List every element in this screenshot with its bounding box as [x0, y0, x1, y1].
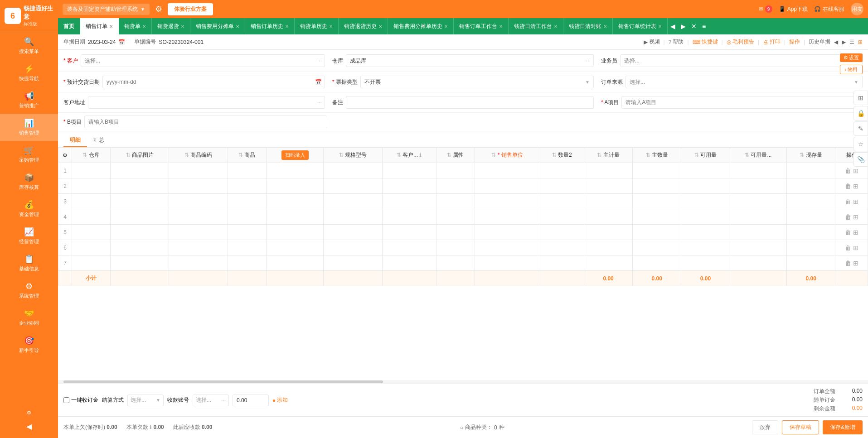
tab-close-icon[interactable]: ✕	[109, 24, 113, 29]
customer-dots-icon[interactable]: ···	[317, 58, 325, 64]
tab-sales-stats[interactable]: 销售订单统计表 ✕	[613, 18, 668, 34]
tab-sales-return[interactable]: 销货退货 ✕	[152, 18, 190, 34]
sidebar-item-guide[interactable]: 🎯 新手引导	[0, 331, 58, 358]
user-avatar[interactable]: 用友	[851, 3, 863, 15]
tab-close-icon[interactable]: ✕	[181, 24, 184, 29]
a-project-input[interactable]	[621, 96, 863, 109]
order-source-select[interactable]: ▼	[626, 76, 863, 88]
sort-icon[interactable]: ⇅	[745, 152, 749, 158]
sidebar-item-system[interactable]: ⚙ 系统管理	[0, 277, 58, 304]
bank-account-select[interactable]: 选择... ···	[193, 395, 229, 406]
view-btn[interactable]: ▶ 视频	[644, 38, 660, 46]
right-action-3[interactable]: ✎	[853, 121, 868, 136]
prev-record-btn[interactable]: ◀	[834, 39, 838, 45]
sort-icon[interactable]: ⇅	[82, 152, 87, 158]
right-action-2[interactable]: 🔒	[853, 106, 868, 120]
shortcut-btn[interactable]: ⌨ 快捷键	[693, 38, 718, 46]
tab-nav-prev[interactable]: ◀	[668, 18, 678, 34]
topbar-system-selector[interactable]: 装备及固定资产辅助管理系统 ▼	[63, 4, 150, 15]
sidebar-item-basic[interactable]: 📋 基础信息	[0, 250, 58, 277]
sort-icon[interactable]: ⇅	[184, 152, 189, 158]
add-material-button[interactable]: + 物料	[840, 65, 863, 74]
sort-icon[interactable]: ⇅	[491, 152, 496, 158]
tab-expense-history[interactable]: 销售费用分摊单历史 ✕	[388, 18, 454, 34]
copy-icon[interactable]: ⊞	[853, 260, 858, 267]
horizontal-scrollbar[interactable]	[63, 380, 383, 383]
delete-icon[interactable]: 🗑	[845, 229, 851, 236]
copy-icon[interactable]: ⊞	[853, 198, 858, 205]
sidebar-item-search[interactable]: 🔍 搜索菜单	[0, 32, 58, 59]
sidebar-settings[interactable]: ⚙	[0, 406, 58, 419]
discard-button[interactable]: 放弃	[752, 420, 778, 434]
tab-sales-order[interactable]: 销售订单 ✕	[80, 18, 119, 34]
one-click-checkbox[interactable]	[63, 397, 69, 403]
operate-btn[interactable]: 操作	[789, 38, 800, 46]
right-action-1[interactable]: ⊞	[853, 91, 868, 105]
right-action-4[interactable]: ☆	[853, 137, 868, 151]
tab-close-icon[interactable]: ✕	[499, 24, 503, 29]
tab-close-icon[interactable]: ✕	[329, 24, 333, 29]
warehouse-input[interactable]	[346, 55, 586, 67]
tab-cash-daily[interactable]: 钱货日清工作台 ✕	[509, 18, 563, 34]
tab-nav-menu[interactable]: ≡	[699, 18, 708, 34]
sort-icon[interactable]: ⇅	[694, 152, 699, 158]
list-view-btn[interactable]: ☰	[849, 39, 854, 45]
tab-close-icon[interactable]: ✕	[378, 24, 382, 29]
sort-icon[interactable]: ⇅	[238, 152, 243, 158]
sidebar-item-purchase[interactable]: 🛒 采购管理	[0, 141, 58, 168]
tab-invoice-history[interactable]: 销货单历史 ✕	[295, 18, 339, 34]
tab-close-icon[interactable]: ✕	[444, 24, 448, 29]
sidebar-item-operation[interactable]: 📈 经营管理	[0, 222, 58, 250]
tab-nav-next[interactable]: ▶	[678, 18, 689, 34]
copy-icon[interactable]: ⊞	[853, 167, 858, 174]
sort-icon[interactable]: ⇅	[447, 152, 451, 158]
save-new-button[interactable]: 保存&新增	[823, 420, 863, 434]
tab-summary[interactable]: 汇总	[87, 134, 111, 147]
message-btn[interactable]: ✉ 9	[759, 5, 772, 13]
history-btn[interactable]: 历史单据	[809, 38, 830, 46]
sidebar-item-marketing[interactable]: 📢 营销推广	[0, 87, 58, 114]
right-action-5[interactable]: 📎	[853, 152, 868, 167]
sidebar-item-finance[interactable]: 💰 资金管理	[0, 195, 58, 222]
staff-input[interactable]	[621, 55, 855, 67]
address-input[interactable]	[88, 97, 317, 107]
sidebar-item-cooperation[interactable]: 🤝 企业协同	[0, 304, 58, 331]
grid-view-btn[interactable]: ⊞	[858, 39, 863, 45]
sort-icon[interactable]: ⇅	[597, 152, 601, 158]
remark-input[interactable]	[346, 96, 594, 109]
sidebar-collapse-btn[interactable]: ◀	[0, 419, 58, 433]
tab-close-icon[interactable]: ✕	[554, 24, 558, 29]
sort-icon[interactable]: ⇅	[800, 152, 804, 158]
copy-icon[interactable]: ⊞	[853, 244, 858, 251]
tab-cash-reconcile[interactable]: 钱货日清对账 ✕	[563, 18, 613, 34]
sort-icon[interactable]: ⇅	[646, 152, 650, 158]
save-draft-button[interactable]: 保存草稿	[782, 420, 819, 434]
tab-sales-order-history[interactable]: 销售订单历史 ✕	[245, 18, 295, 34]
help-btn[interactable]: ? 帮助	[669, 38, 684, 46]
sort-icon[interactable]: ⇅	[552, 152, 557, 158]
b-project-input[interactable]	[84, 116, 327, 128]
copy-icon[interactable]: ⊞	[853, 213, 858, 221]
tab-close-icon[interactable]: ✕	[285, 24, 289, 29]
tab-close-icon[interactable]: ✕	[142, 24, 146, 29]
print-btn[interactable]: 🖨 打印	[763, 38, 781, 46]
sidebar-item-sales[interactable]: 📊 销售管理	[0, 114, 58, 141]
sort-icon[interactable]: ⇅	[126, 152, 131, 158]
tab-close-icon[interactable]: ✕	[658, 24, 662, 29]
delete-icon[interactable]: 🗑	[845, 183, 851, 190]
delete-icon[interactable]: 🗑	[845, 213, 851, 221]
delete-icon[interactable]: 🗑	[845, 198, 851, 205]
solution-button[interactable]: 体验行业方案	[168, 3, 213, 15]
sidebar-item-inventory[interactable]: 📦 库存核算	[0, 168, 58, 195]
tab-close-icon[interactable]: ✕	[603, 24, 607, 29]
profit-btn[interactable]: ◎ 毛利预告	[727, 38, 754, 46]
delete-icon[interactable]: 🗑	[845, 167, 851, 174]
scan-button[interactable]: 扫码录入	[281, 150, 309, 160]
tab-order-workbench[interactable]: 销售订单工作台 ✕	[454, 18, 509, 34]
warehouse-dots-icon[interactable]: ···	[586, 58, 593, 64]
tab-detail[interactable]: 明细	[63, 134, 87, 147]
delivery-date-input[interactable]	[103, 77, 315, 87]
address-dots-icon[interactable]: ···	[317, 99, 325, 106]
sort-icon[interactable]: ⇅	[339, 152, 344, 158]
tab-return-history[interactable]: 销货退货历史 ✕	[339, 18, 388, 34]
